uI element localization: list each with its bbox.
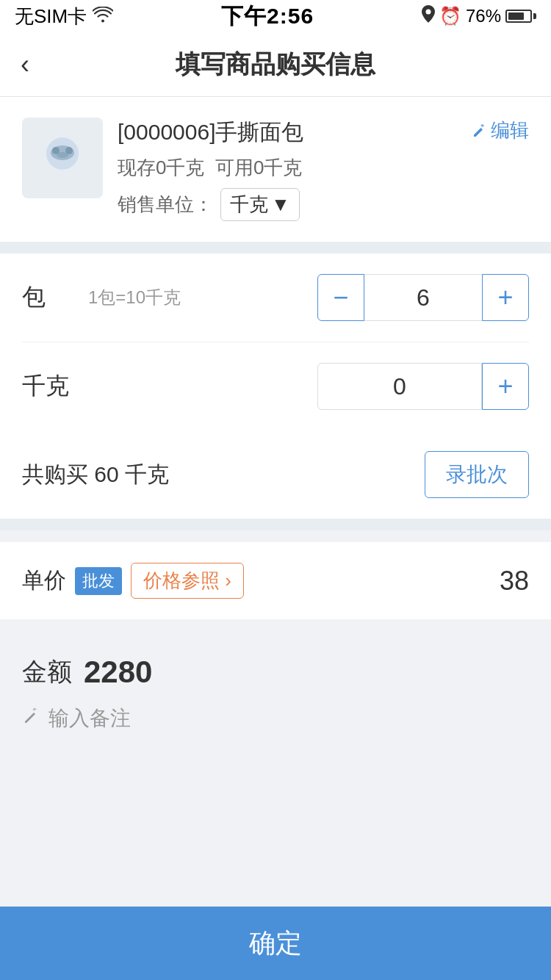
bag-sub-label: 1包=10千克 bbox=[88, 286, 181, 309]
svg-point-0 bbox=[425, 10, 431, 15]
status-right: ⏰ 76% bbox=[422, 5, 536, 27]
svg-point-5 bbox=[57, 152, 68, 158]
product-logo bbox=[37, 135, 88, 181]
product-card: [0000006]手撕面包 编辑 现存0千克 可用0千克 销售单位： 千克 ▼ bbox=[0, 97, 551, 242]
price-ref-button[interactable]: 价格参照 › bbox=[131, 563, 244, 599]
pencil-icon bbox=[22, 707, 41, 731]
empty-space bbox=[0, 754, 551, 907]
price-label: 单价 bbox=[22, 566, 66, 596]
price-badge: 批发 bbox=[75, 567, 122, 595]
product-info: [0000006]手撕面包 编辑 现存0千克 可用0千克 销售单位： 千克 ▼ bbox=[118, 118, 529, 221]
remark-row[interactable]: 输入备注 bbox=[22, 697, 529, 754]
price-section: 单价 批发 价格参照 › 38 bbox=[0, 542, 551, 619]
input-section: 包 1包=10千克 − + 千克 + bbox=[0, 253, 551, 430]
carrier-label: 无SIM卡 bbox=[15, 4, 87, 29]
bag-plus-button[interactable]: + bbox=[482, 274, 529, 321]
bag-input-row: 包 1包=10千克 − + bbox=[22, 253, 529, 342]
bag-minus-button[interactable]: − bbox=[317, 274, 364, 321]
kg-input-controls: + bbox=[317, 363, 529, 410]
unit-select[interactable]: 千克 ▼ bbox=[220, 188, 300, 221]
bag-quantity-input[interactable] bbox=[364, 274, 482, 321]
content: [0000006]手撕面包 编辑 现存0千克 可用0千克 销售单位： 千克 ▼ bbox=[0, 97, 551, 907]
section-divider-1 bbox=[0, 242, 551, 253]
amount-row: 金额 2280 bbox=[22, 640, 529, 697]
amount-label: 金额 bbox=[22, 655, 72, 689]
status-bar: 无SIM卡 下午2:56 ⏰ 76% bbox=[0, 0, 551, 32]
section-divider-2 bbox=[0, 519, 551, 530]
product-stock: 现存0千克 可用0千克 bbox=[118, 155, 529, 181]
batch-button[interactable]: 录批次 bbox=[425, 451, 529, 498]
location-icon bbox=[422, 5, 435, 27]
summary-section: 共购买 60 千克 录批次 bbox=[0, 430, 551, 519]
amount-section: 金额 2280 输入备注 bbox=[0, 619, 551, 754]
edit-button[interactable]: 编辑 bbox=[472, 118, 529, 143]
kg-quantity-input[interactable] bbox=[317, 363, 482, 410]
kg-label: 千克 bbox=[22, 370, 81, 403]
summary-text: 共购买 60 千克 bbox=[22, 460, 169, 490]
remark-placeholder: 输入备注 bbox=[48, 705, 131, 732]
kg-plus-button[interactable]: + bbox=[482, 363, 529, 410]
alarm-icon: ⏰ bbox=[439, 6, 461, 26]
kg-input-row: 千克 + bbox=[22, 342, 529, 430]
page-title: 填写商品购买信息 bbox=[176, 48, 375, 82]
battery-percent: 76% bbox=[466, 6, 501, 26]
product-name: [0000006]手撕面包 bbox=[118, 118, 303, 148]
battery-icon bbox=[505, 10, 536, 23]
chevron-down-icon: ▼ bbox=[271, 193, 290, 216]
status-left: 无SIM卡 bbox=[15, 4, 113, 29]
confirm-button[interactable]: 确定 bbox=[0, 907, 551, 980]
price-value: 38 bbox=[500, 566, 529, 597]
amount-value: 2280 bbox=[84, 655, 152, 690]
bag-label: 包 bbox=[22, 281, 81, 314]
product-unit-row: 销售单位： 千克 ▼ bbox=[118, 188, 529, 221]
nav-bar: ‹ 填写商品购买信息 bbox=[0, 32, 551, 97]
product-name-row: [0000006]手撕面包 编辑 bbox=[118, 118, 529, 148]
status-time: 下午2:56 bbox=[221, 1, 314, 32]
wifi-icon bbox=[93, 5, 113, 28]
back-button[interactable]: ‹ bbox=[21, 49, 29, 80]
bag-input-controls: − + bbox=[317, 274, 529, 321]
product-image bbox=[22, 118, 103, 198]
